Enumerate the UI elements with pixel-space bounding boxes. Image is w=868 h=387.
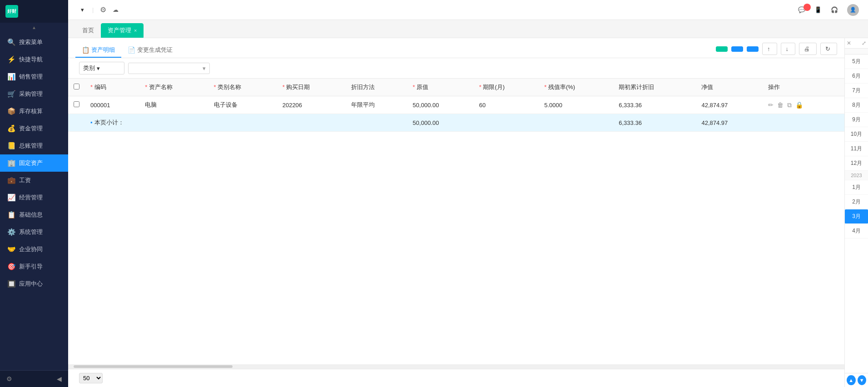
th-original-value: * 原值 <box>407 79 474 96</box>
row-checkbox-cell <box>68 96 85 114</box>
nav-up-btn[interactable]: ▲ <box>847 375 856 385</box>
sidebar-item-fixed-assets[interactable]: 🏢固定资产 <box>0 154 68 172</box>
sidebar-icon-operations: 📈 <box>7 194 15 202</box>
sidebar-icon-finance: 💰 <box>7 124 15 133</box>
asset-table-wrap: * 编码 * 资产名称 * 类别名称 * 购买日期 折旧方法 * 原值 * 期限… <box>68 79 844 364</box>
sub-tab-detail[interactable]: 📋 资产明细 <box>75 43 121 58</box>
sidebar-item-purchase[interactable]: 🛒采购管理 <box>0 85 68 103</box>
th-action: 操作 <box>763 79 844 96</box>
refresh-button[interactable]: ↻ <box>820 43 837 55</box>
company-selector[interactable]: ▾ <box>75 5 88 15</box>
batch-button[interactable] <box>747 46 759 52</box>
download-button[interactable]: ↓ <box>781 43 796 55</box>
copy-icon[interactable]: ⧉ <box>787 101 792 109</box>
delete-icon[interactable]: 🗑 <box>777 101 784 109</box>
month-item[interactable]: 10月 <box>845 127 868 142</box>
main-area: ▾ | ⚙ ☁ 💬 📱 🎧 👤 <box>68 0 868 387</box>
add-button[interactable] <box>731 46 743 52</box>
sidebar-item-payroll[interactable]: 💼工资 <box>0 172 68 189</box>
month-item[interactable]: 4月 <box>845 224 868 238</box>
year-marker: 2023 <box>845 171 868 180</box>
month-item[interactable]: 8月 <box>845 98 868 113</box>
sidebar-item-inventory[interactable]: 📦库存核算 <box>0 103 68 120</box>
tab-asset-management[interactable]: 资产管理 × <box>101 23 144 38</box>
month-item[interactable]: 7月 <box>845 84 868 98</box>
right-panel-close-btn[interactable]: ✕ <box>847 40 851 46</box>
message-btn[interactable]: 💬 <box>798 6 807 13</box>
th-net-value: 净值 <box>696 79 762 96</box>
month-item[interactable]: 1月 <box>845 180 868 195</box>
sidebar-label-guide: 新手引导 <box>19 263 43 271</box>
user-area[interactable]: 👤 <box>847 4 861 16</box>
month-item[interactable]: 5月 <box>845 55 868 69</box>
cell-period: 60 <box>474 96 539 114</box>
sidebar-item-app-center[interactable]: 🔲应用中心 <box>0 275 68 293</box>
trial-btn[interactable]: ☁ <box>113 6 120 13</box>
month-item[interactable]: 12月 <box>845 156 868 171</box>
sidebar-label-ledger: 总账管理 <box>19 142 43 150</box>
sidebar-item-enterprise[interactable]: 🤝企业协同 <box>0 241 68 258</box>
sidebar-item-finance[interactable]: 💰资金管理 <box>0 120 68 137</box>
month-item[interactable]: 3月 <box>845 209 868 224</box>
sidebar-item-ledger[interactable]: 📒总账管理 <box>0 137 68 154</box>
asset-table: * 编码 * 资产名称 * 类别名称 * 购买日期 折旧方法 * 原值 * 期限… <box>68 79 844 132</box>
sidebar-icon-sales: 📊 <box>7 73 15 81</box>
sidebar-icon-guide: 🎯 <box>7 263 15 271</box>
horizontal-scrollbar[interactable] <box>68 364 844 369</box>
sidebar-item-search[interactable]: 🔍搜索菜单 <box>0 34 68 51</box>
tab-home-label: 首页 <box>82 26 94 35</box>
settings-btn[interactable]: ⚙ <box>98 4 108 16</box>
page-size-select[interactable]: 50 10 20 100 <box>79 373 103 383</box>
nav-down-btn[interactable]: ▼ <box>858 375 867 385</box>
sidebar-item-quick-nav[interactable]: ⚡快捷导航 <box>0 51 68 68</box>
tab-home[interactable]: 首页 <box>75 23 101 38</box>
settings-icon[interactable]: ⚙ <box>6 375 12 382</box>
month-item[interactable]: 2月 <box>845 195 868 209</box>
subtotal-action <box>763 114 844 132</box>
sub-tab-voucher[interactable]: 📄 变更生成凭证 <box>121 43 179 58</box>
scroll-thumb[interactable] <box>74 365 233 368</box>
sidebar-label-sales: 销售管理 <box>19 73 43 81</box>
right-panel-expand-btn[interactable]: ⤢ <box>862 40 866 46</box>
category-type-select[interactable]: 类别 ▾ <box>79 62 124 74</box>
logo-area: 好财 <box>0 0 68 23</box>
company-dropdown-icon: ▾ <box>81 6 84 13</box>
cell-category: 电子设备 <box>208 96 277 114</box>
sidebar-label-system: 系统管理 <box>19 228 43 236</box>
lock-icon[interactable]: 🔒 <box>795 101 803 109</box>
category-value-select[interactable]: ▾ <box>128 63 210 74</box>
print-button[interactable]: 🖨 <box>799 43 817 55</box>
sidebar-label-payroll: 工资 <box>19 176 31 184</box>
sidebar-item-system[interactable]: ⚙️系统管理 <box>0 223 68 241</box>
app-download-btn[interactable]: 📱 <box>814 6 823 13</box>
th-checkbox <box>68 79 85 96</box>
sidebar-icon-inventory: 📦 <box>7 107 15 115</box>
sidebar-item-basic-info[interactable]: 📋基础信息 <box>0 206 68 223</box>
row-checkbox-0[interactable] <box>74 101 79 107</box>
service-icon: 🎧 <box>831 6 838 13</box>
select-all-checkbox[interactable] <box>74 84 79 89</box>
edit-icon[interactable]: ✏ <box>768 101 774 109</box>
right-panel-year-month[interactable] <box>845 49 868 55</box>
action-icons: ✏ 🗑 ⧉ 🔒 <box>768 101 839 109</box>
import-button[interactable]: ↑ <box>762 43 777 55</box>
sidebar-icon-search: 🔍 <box>7 38 15 46</box>
sidebar-label-fixed-assets: 固定资产 <box>19 159 43 167</box>
month-item[interactable]: 11月 <box>845 142 868 156</box>
duizhang-button[interactable] <box>716 46 728 52</box>
sidebar-item-operations[interactable]: 📈经营管理 <box>0 189 68 206</box>
subtotal-original-value: 50,000.00 <box>407 114 474 132</box>
sidebar-bottom: ⚙ ◀ <box>0 370 68 387</box>
avatar: 👤 <box>847 4 859 16</box>
sidebar-icon-system: ⚙️ <box>7 228 15 236</box>
sidebar-item-sales[interactable]: 📊销售管理 <box>0 68 68 85</box>
month-item[interactable]: 9月 <box>845 113 868 127</box>
collapse-icon[interactable]: ◀ <box>57 375 62 382</box>
sidebar-scroll-up[interactable]: ▲ <box>0 23 68 32</box>
cell-name: 电脑 <box>139 96 208 114</box>
tab-close-icon[interactable]: × <box>134 28 137 33</box>
sidebar-item-guide[interactable]: 🎯新手引导 <box>0 258 68 275</box>
month-item[interactable]: 6月 <box>845 69 868 84</box>
online-service-btn[interactable]: 🎧 <box>831 6 840 13</box>
th-code: * 编码 <box>85 79 139 96</box>
